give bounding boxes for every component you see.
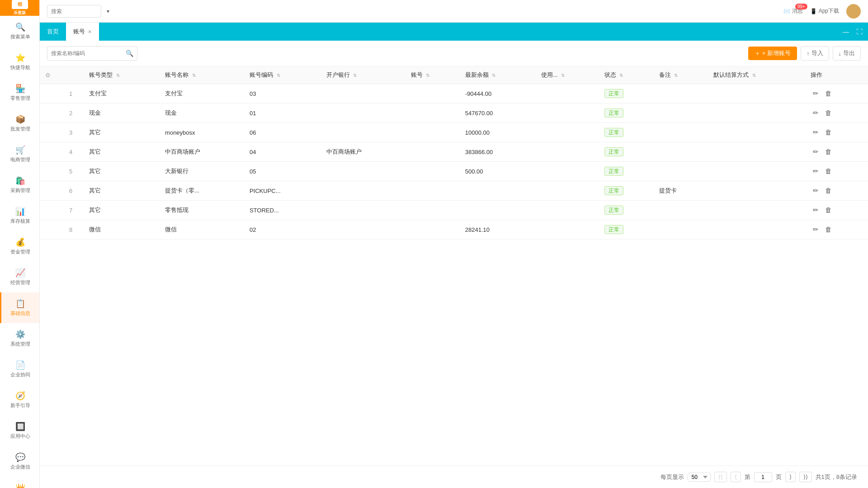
sidebar-item-operation[interactable]: 📈 经营管理 [0, 262, 39, 292]
delete-button[interactable]: 🗑 [823, 127, 834, 137]
sidebar-item-retail[interactable]: 🏪 零售管理 [0, 77, 39, 108]
tab-expand-button[interactable]: ⛶ [854, 26, 864, 37]
search-input[interactable] [51, 50, 126, 56]
sidebar-item-finance[interactable]: 💰 资金管理 [0, 231, 39, 262]
sidebar-item-inventory[interactable]: 📊 库存核算 [0, 200, 39, 231]
row-account [406, 220, 460, 239]
edit-button[interactable]: ✏ [811, 166, 821, 176]
sidebar-label-guide: 新手引导 [10, 402, 30, 409]
sidebar-item-search[interactable]: 🔍 搜索菜单 [0, 16, 39, 47]
sidebar-item-quicknav[interactable]: ⭐ 快捷导航 [0, 47, 39, 77]
sidebar-item-ecommerce[interactable]: 🛒 电商管理 [0, 139, 39, 169]
first-page-button[interactable]: ⟨⟨ [714, 472, 727, 482]
app-download-button[interactable]: 📱 App下载 [810, 7, 839, 15]
delete-button[interactable]: 🗑 [823, 205, 834, 215]
row-num: 3 [58, 123, 84, 142]
edit-button[interactable]: ✏ [811, 147, 821, 157]
header-search-input[interactable] [47, 5, 101, 18]
tab-minimize-button[interactable]: — [841, 26, 851, 37]
delete-button[interactable]: 🗑 [823, 89, 834, 98]
row-type: 其它 [84, 123, 160, 142]
col-num [58, 66, 84, 84]
page-size-select[interactable]: 50 100 200 [688, 473, 711, 482]
last-page-button[interactable]: ⟩⟩ [799, 472, 812, 482]
row-operation: ✏ 🗑 [805, 103, 868, 123]
table-row: 7 其它 零售抵现 STORED... 正常 ✏ 🗑 [40, 201, 868, 220]
sidebar-label-quicknav: 快捷导航 [10, 64, 30, 71]
col-balance-label: 最新余额 [465, 71, 489, 78]
sidebar-label-search: 搜索菜单 [10, 33, 30, 40]
content-area: 🔍 ＋ + 新增账号 ↑ 导入 ↓ 导出 [40, 41, 868, 488]
row-usage [536, 84, 599, 103]
header-dropdown[interactable]: ▾ [107, 8, 109, 14]
col-code-label: 账号编码 [250, 71, 273, 78]
edit-button[interactable]: ✏ [811, 108, 821, 118]
row-bank [321, 123, 406, 142]
search-wrap: 🔍 [47, 46, 137, 61]
col-status[interactable]: 状态 ⇅ [599, 66, 654, 84]
message-button[interactable]: ✉️ 消息 99+ [783, 7, 803, 15]
sidebar-item-apps[interactable]: 🔲 应用中心 [0, 415, 39, 446]
import-icon: ↑ [807, 50, 810, 57]
edit-button[interactable]: ✏ [811, 225, 821, 235]
import-button[interactable]: ↑ 导入 [801, 46, 829, 61]
edit-button[interactable]: ✏ [811, 127, 821, 137]
row-balance: -90444.00 [460, 84, 536, 103]
export-button[interactable]: ↓ 导出 [833, 46, 861, 61]
sidebar-item-contract[interactable]: 📄 企业协同 [0, 354, 39, 385]
delete-button[interactable]: 🗑 [823, 166, 834, 176]
ecommerce-icon: 🛒 [15, 145, 25, 155]
col-remark[interactable]: 备注 ⇅ [654, 66, 708, 84]
row-account [406, 84, 460, 103]
col-balance[interactable]: 最新余额 ⇅ [460, 66, 536, 84]
sidebar-label-wholesale: 批发管理 [10, 126, 30, 132]
delete-button[interactable]: 🗑 [823, 225, 834, 234]
sort-usage-icon: ⇅ [561, 73, 565, 78]
next-page-button[interactable]: ⟩ [785, 472, 796, 482]
settings-icon: ⚙ [45, 72, 51, 79]
edit-button[interactable]: ✏ [811, 205, 821, 215]
sidebar-item-basic[interactable]: 📋 基础信息 [0, 292, 39, 323]
tab-close-icon[interactable]: ✕ [88, 29, 92, 35]
add-account-button[interactable]: ＋ + 新增账号 [748, 47, 797, 60]
phone-icon: 📱 [810, 8, 817, 14]
sidebar-item-wholesale[interactable]: 📦 批发管理 [0, 108, 39, 139]
col-usage[interactable]: 使用... ⇅ [536, 66, 599, 84]
avatar[interactable] [846, 4, 861, 19]
row-operation: ✏ 🗑 [805, 201, 868, 220]
app-download-label: App下载 [819, 7, 839, 15]
col-code[interactable]: 账号编码 ⇅ [244, 66, 321, 84]
row-name: moneybosx [160, 123, 244, 142]
delete-button[interactable]: 🗑 [823, 147, 834, 156]
sidebar-item-purchase[interactable]: 🛍️ 采购管理 [0, 169, 39, 200]
col-settings[interactable]: ⚙ [40, 66, 58, 84]
basic-icon: 📋 [15, 299, 25, 309]
delete-button[interactable]: 🗑 [823, 186, 834, 195]
tab-home[interactable]: 首页 [40, 23, 66, 41]
tab-account[interactable]: 账号 ✕ [66, 23, 99, 41]
row-bank [321, 220, 406, 239]
row-balance [460, 201, 536, 220]
status-badge: 正常 [604, 186, 623, 195]
edit-button[interactable]: ✏ [811, 89, 821, 99]
sidebar-item-system[interactable]: ⚙️ 系统管理 [0, 323, 39, 354]
wholesale-icon: 📦 [15, 114, 25, 124]
table-row: 1 支付宝 支付宝 03 -90444.00 正常 ✏ 🗑 [40, 84, 868, 103]
page-number-input[interactable] [754, 472, 772, 482]
sort-status-icon: ⇅ [619, 73, 623, 78]
edit-button[interactable]: ✏ [811, 186, 821, 196]
row-balance: 383866.00 [460, 142, 536, 162]
delete-button[interactable]: 🗑 [823, 108, 834, 117]
col-account[interactable]: 账号 ⇅ [406, 66, 460, 84]
col-name[interactable]: 账号名称 ⇅ [160, 66, 244, 84]
sidebar-item-member[interactable]: 👑 畅会员 [0, 477, 39, 488]
col-default-payment[interactable]: 默认结算方式 ⇅ [708, 66, 806, 84]
row-remark [654, 142, 708, 162]
col-type[interactable]: 账号类型 ⇅ [84, 66, 160, 84]
row-usage [536, 103, 599, 123]
col-bank[interactable]: 开户银行 ⇅ [321, 66, 406, 84]
prev-page-button[interactable]: ⟨ [731, 472, 741, 482]
row-num: 6 [58, 181, 84, 201]
sidebar-item-guide[interactable]: 🧭 新手引导 [0, 385, 39, 415]
sidebar-item-wechat[interactable]: 💬 企业微信 [0, 446, 39, 477]
